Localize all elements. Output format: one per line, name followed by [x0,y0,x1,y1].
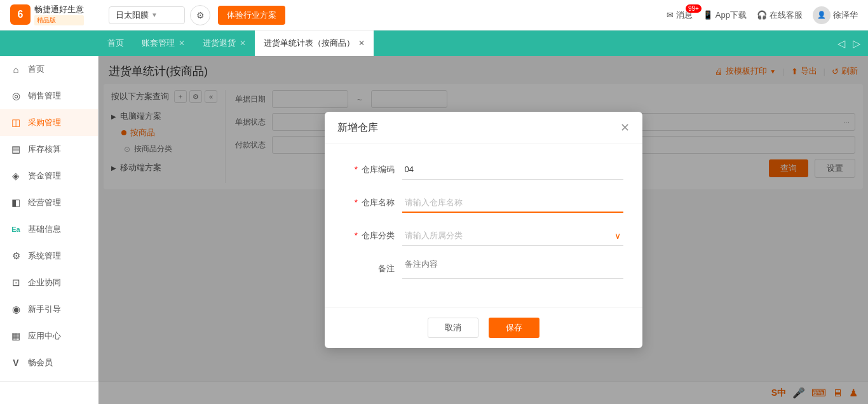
cancel-button[interactable]: 取消 [428,318,478,338]
brand-name: 畅捷通好生意 [34,4,84,15]
tab-account-close[interactable]: ✕ [179,39,185,48]
trial-button[interactable]: 体验行业方案 [218,6,285,25]
sidebar-item-system[interactable]: ⚙ 系统管理 [0,243,98,269]
online-service-button[interactable]: 🎧 在线客服 [757,10,803,21]
message-icon: ✉ [667,10,674,20]
modal-body: * 仓库编码 * 仓库名称 [325,144,642,307]
sidebar-item-enterprise[interactable]: ⊡ 企业协同 [0,269,98,296]
tab-account[interactable]: 账套管理 ✕ [133,30,194,56]
settings-icon[interactable]: ⚙ [190,5,210,25]
sidebar-label-apps: 应用中心 [28,330,61,342]
tab-purchase-stats-label: 进货单统计表（按商品） [264,37,355,49]
apps-icon: ▦ [10,330,22,342]
sidebar-item-operations[interactable]: ◧ 经营管理 [0,189,98,216]
store-name: 日太阳膜 [116,10,149,21]
sidebar-label-home: 首页 [28,64,44,75]
app-download-button[interactable]: 📱 App下载 [703,10,747,21]
username: 徐泽华 [833,10,858,21]
tab-purchase-return-label: 进货退货 [203,37,236,49]
sidebar-item-finance[interactable]: ◈ 资金管理 [0,163,98,189]
sidebar-label-inventory: 库存核算 [28,144,61,155]
form-row-remark: 备注 [344,259,623,279]
sidebar-item-basic[interactable]: Ea 基础信息 [0,216,98,243]
sidebar-item-inventory[interactable]: ▤ 库存核算 [0,136,98,163]
user-area[interactable]: 👤 徐泽华 [813,6,858,24]
tab-purchase-return[interactable]: 进货退货 ✕ [194,30,255,56]
sidebar-label-guide: 新手引导 [28,304,61,315]
home-icon: ⌂ [10,64,22,75]
top-header: 6 畅捷通好生意 精品版 日太阳膜 ▼ ⚙ 体验行业方案 ✉ 消息 99+ 📱 … [0,0,868,30]
sidebar-label-operations: 经营管理 [28,197,61,208]
tab-account-label: 账套管理 [142,37,175,49]
app-download-label: App下载 [715,10,747,21]
sidebar-item-sales[interactable]: ◎ 销售管理 [0,83,98,109]
modal-close-icon[interactable]: ✕ [620,121,630,135]
purchase-icon: ◫ [10,117,22,128]
online-service-label: 在线客服 [770,10,803,21]
name-input[interactable] [402,192,623,213]
remark-label: 备注 [344,263,395,274]
app-badge: 精品版 [34,15,84,25]
sidebar-label-vip: 畅会员 [28,357,53,368]
mobile-icon: 📱 [703,10,713,20]
sidebar-label-sales: 销售管理 [28,90,61,102]
tab-next-icon[interactable]: ▷ [850,37,863,50]
sidebar-label-basic: 基础信息 [28,224,61,235]
operations-icon: ◧ [10,197,22,208]
form-row-code: * 仓库编码 [344,159,623,180]
sidebar-item-vip[interactable]: V 畅会员 [0,349,98,376]
header-right: ✉ 消息 99+ 📱 App下载 🎧 在线客服 👤 徐泽华 [667,6,858,24]
basic-icon: Ea [10,224,22,235]
tab-bar: 首页 账套管理 ✕ 进货退货 ✕ 进货单统计表（按商品） ✕ ◁ ▷ [0,30,868,56]
save-button[interactable]: 保存 [489,318,539,338]
category-label: * 仓库分类 [344,230,395,241]
enterprise-icon: ⊡ [10,277,22,288]
app-logo: 6 [10,4,31,25]
content-area: 进货单统计(按商品) 🖨 按模板打印 ▼ | ⬆ 导出 | ↺ 刷新 [98,56,868,404]
tab-prev-icon[interactable]: ◁ [835,37,848,50]
tab-bar-actions: ◁ ▷ [835,37,868,50]
modal-title: 新增仓库 [337,121,378,135]
sidebar-label-purchase: 采购管理 [28,117,61,128]
sidebar-item-guide[interactable]: ◉ 新手引导 [0,296,98,323]
sales-icon: ◎ [10,90,22,102]
form-row-category: * 仓库分类 请输入所属分类 ∨ [344,226,623,246]
headset-icon: 🎧 [757,10,767,20]
modal-footer: 取消 保存 [325,307,642,348]
system-icon: ⚙ [10,250,22,262]
category-placeholder: 请输入所属分类 [405,230,463,241]
tab-home-label: 首页 [107,37,124,49]
logo-area: 6 畅捷通好生意 精品版 [10,4,109,25]
sidebar-label-system: 系统管理 [28,250,61,262]
sidebar-label-enterprise: 企业协同 [28,277,61,288]
messages-button[interactable]: ✉ 消息 99+ [667,10,693,21]
modal-header: 新增仓库 ✕ [325,112,642,144]
sidebar-item-purchase[interactable]: ◫ 采购管理 [0,109,98,136]
code-label: * 仓库编码 [344,164,395,175]
category-select[interactable]: 请输入所属分类 ∨ [402,226,623,246]
tab-home[interactable]: 首页 [98,30,133,56]
new-warehouse-modal: 新增仓库 ✕ * 仓库编码 * [325,112,642,348]
category-chevron-icon: ∨ [614,231,621,241]
main-layout: ⌂ 首页 ◎ 销售管理 ◫ 采购管理 ▤ 库存核算 ◈ 资金管理 ◧ 经营管理 … [0,56,868,404]
modal-overlay: 新增仓库 ✕ * 仓库编码 * [98,56,868,404]
remark-input[interactable] [402,259,623,279]
inventory-icon: ▤ [10,144,22,155]
name-label: * 仓库名称 [344,197,395,208]
finance-icon: ◈ [10,170,22,182]
sidebar-item-home[interactable]: ⌂ 首页 [0,56,98,83]
notification-badge: 99+ [686,4,702,13]
vip-icon: V [10,357,22,368]
form-row-name: * 仓库名称 [344,192,623,213]
sidebar: ⌂ 首页 ◎ 销售管理 ◫ 采购管理 ▤ 库存核算 ◈ 资金管理 ◧ 经营管理 … [0,56,98,404]
tab-purchase-return-close[interactable]: ✕ [240,39,246,48]
code-input[interactable] [402,159,623,180]
chevron-down-icon: ▼ [151,11,158,18]
sidebar-label-finance: 资金管理 [28,170,61,182]
tab-purchase-stats[interactable]: 进货单统计表（按商品） ✕ [255,30,374,56]
store-selector[interactable]: 日太阳膜 ▼ [109,6,185,24]
sidebar-item-apps[interactable]: ▦ 应用中心 [0,323,98,349]
avatar: 👤 [813,6,831,24]
tab-purchase-stats-close[interactable]: ✕ [358,39,365,48]
guide-icon: ◉ [10,304,22,315]
